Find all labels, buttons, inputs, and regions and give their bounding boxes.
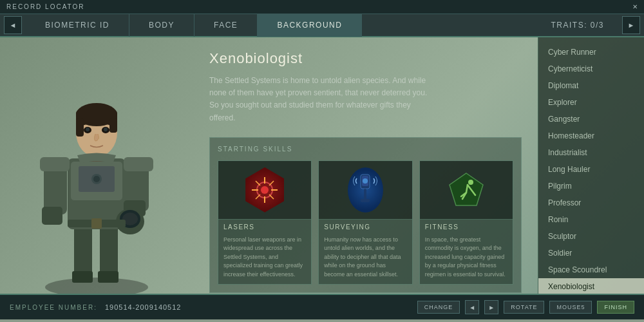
svg-rect-11 bbox=[42, 207, 62, 225]
finish-button[interactable]: FINISH bbox=[597, 301, 634, 314]
skill-desc-surveying: Humanity now has access to untold alien … bbox=[319, 233, 412, 285]
svg-point-43 bbox=[363, 178, 368, 184]
tab-body[interactable]: BODY bbox=[129, 14, 194, 37]
background-title: Xenobiologist bbox=[209, 50, 522, 67]
list-item-homesteader[interactable]: Homesteader bbox=[538, 128, 644, 144]
close-icon[interactable]: ✕ bbox=[632, 3, 638, 10]
character-panel bbox=[0, 37, 193, 294]
list-item-diplomat[interactable]: Diplomat bbox=[538, 77, 644, 94]
employee-number-value: 190514-2009140512 bbox=[105, 303, 182, 311]
list-item-xenobiologist[interactable]: Xenobiologist bbox=[538, 278, 644, 294]
svg-rect-23 bbox=[76, 118, 84, 137]
main-content: Xenobiologist The Settled Systems is hom… bbox=[0, 37, 644, 294]
top-bar: RECORD LOCATOR ✕ bbox=[0, 0, 644, 14]
svg-line-40 bbox=[269, 194, 274, 199]
skill-desc-lasers: Personal laser weapons are in widespread… bbox=[218, 233, 311, 285]
skill-icon-lasers bbox=[218, 161, 311, 219]
tab-face[interactable]: FACE bbox=[194, 14, 258, 37]
svg-rect-4 bbox=[98, 271, 118, 283]
svg-point-27 bbox=[86, 128, 90, 131]
next-nav-button[interactable]: ► bbox=[622, 16, 640, 34]
svg-rect-17 bbox=[40, 157, 70, 171]
svg-rect-30 bbox=[91, 218, 102, 229]
tab-biometric-id[interactable]: BIOMETRIC ID bbox=[26, 14, 129, 37]
svg-line-37 bbox=[256, 181, 260, 185]
list-item-cyberneticist[interactable]: Cyberneticist bbox=[538, 61, 644, 77]
svg-rect-24 bbox=[109, 118, 117, 133]
skills-grid: LASERS Personal laser weapons are in wid… bbox=[218, 160, 513, 285]
svg-rect-44 bbox=[364, 189, 366, 200]
svg-rect-45 bbox=[361, 199, 370, 202]
employee-number-label: EMPLOYEE NUMBER: bbox=[10, 304, 97, 311]
character-image bbox=[0, 37, 193, 294]
list-item-space-scoundrel[interactable]: Space Scoundrel bbox=[538, 261, 644, 278]
list-item-professor[interactable]: Professor bbox=[538, 194, 644, 211]
skill-card-surveying: SURVEYING Humanity now has access to unt… bbox=[318, 160, 412, 285]
skill-card-lasers: LASERS Personal laser weapons are in wid… bbox=[218, 160, 312, 285]
list-item-gangster[interactable]: Gangster bbox=[538, 111, 644, 128]
fitness-badge bbox=[447, 171, 486, 209]
bottom-bar: EMPLOYEE NUMBER: 190514-2009140512 CHANG… bbox=[0, 294, 644, 319]
tab-background[interactable]: BACKGROUND bbox=[258, 14, 362, 37]
skills-section: STARTING SKILLS bbox=[209, 137, 522, 294]
mouse5-button[interactable]: MOUSE5 bbox=[549, 301, 592, 314]
surveying-badge bbox=[348, 167, 383, 213]
svg-point-9 bbox=[93, 176, 100, 182]
svg-point-0 bbox=[45, 278, 148, 294]
list-item-ronin[interactable]: Ronin bbox=[538, 211, 644, 228]
change-button[interactable]: CHANGE bbox=[417, 301, 460, 314]
prev-nav-button[interactable]: ◄ bbox=[4, 16, 22, 34]
background-description: The Settled Systems is home to untold al… bbox=[209, 75, 428, 124]
svg-rect-3 bbox=[72, 271, 93, 283]
list-item-long-hauler[interactable]: Long Hauler bbox=[538, 161, 644, 178]
list-item-soldier[interactable]: Soldier bbox=[538, 245, 644, 261]
skills-header: STARTING SKILLS bbox=[218, 146, 513, 153]
nav-tabs: ◄ BIOMETRIC ID BODY FACE BACKGROUND TRAI… bbox=[0, 14, 644, 37]
svg-point-32 bbox=[261, 186, 269, 194]
skill-card-fitness: FITNESS In space, the greatest commodity… bbox=[419, 160, 513, 285]
list-item-cyber-runner[interactable]: Cyber Runner bbox=[538, 44, 644, 61]
list-item-pilgrim[interactable]: Pilgrim bbox=[538, 178, 644, 194]
skill-name-surveying: SURVEYING bbox=[319, 219, 412, 233]
bottom-controls: CHANGE ◄ ► ROTATE MOUSE5 FINISH bbox=[417, 300, 634, 314]
character-svg bbox=[26, 55, 167, 294]
tab-traits[interactable]: TRAITS: 0/3 bbox=[538, 14, 617, 37]
skill-icon-surveying bbox=[319, 161, 412, 219]
svg-point-47 bbox=[468, 180, 473, 185]
skill-name-lasers: LASERS bbox=[218, 219, 311, 233]
svg-point-28 bbox=[104, 128, 108, 131]
lasers-badge bbox=[245, 167, 284, 213]
info-panel: Xenobiologist The Settled Systems is hom… bbox=[193, 37, 538, 294]
background-list-panel: Cyber Runner Cyberneticist Diplomat Expl… bbox=[538, 37, 644, 294]
rotate-button[interactable]: ROTATE bbox=[504, 301, 544, 314]
next-arrow-button[interactable]: ► bbox=[484, 300, 498, 314]
list-item-sculptor[interactable]: Sculptor bbox=[538, 228, 644, 245]
list-item-explorer[interactable]: Explorer bbox=[538, 94, 644, 111]
skill-icon-fitness bbox=[420, 161, 513, 219]
svg-line-39 bbox=[256, 194, 260, 199]
prev-arrow-button[interactable]: ◄ bbox=[465, 300, 479, 314]
skill-name-fitness: FITNESS bbox=[420, 219, 513, 233]
list-item-industrialist[interactable]: Industrialist bbox=[538, 144, 644, 161]
record-locator-label: RECORD LOCATOR bbox=[6, 3, 85, 10]
svg-line-38 bbox=[269, 181, 274, 185]
svg-rect-18 bbox=[124, 157, 153, 171]
skill-desc-fitness: In space, the greatest commodity is oxyg… bbox=[420, 233, 513, 285]
